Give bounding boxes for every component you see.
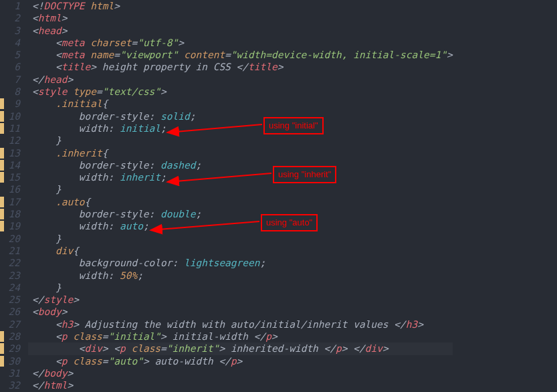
modified-line-marker [0, 111, 4, 122]
token-pun: > [417, 319, 423, 330]
token-txt: height property in CSS [102, 62, 237, 72]
token-pun: > [62, 25, 68, 36]
code-line[interactable]: <html> [32, 12, 453, 24]
code-line[interactable]: } [32, 183, 453, 195]
modified-line-marker [0, 197, 4, 207]
token-tag: head [43, 74, 67, 85]
token-tag: DOCTYPE [43, 1, 84, 11]
code-line[interactable]: .initial{ [32, 98, 453, 110]
token-pun: } [32, 282, 62, 293]
code-line[interactable]: width: auto; [32, 220, 453, 232]
token-pun: } [32, 184, 62, 195]
token-tag: html [43, 380, 67, 391]
token-tag: body [43, 368, 67, 379]
token-pun [32, 123, 79, 134]
token-prop: width [79, 221, 108, 231]
token-pun: > [67, 74, 73, 85]
token-pun: > [143, 356, 154, 367]
token-pun [178, 50, 184, 60]
code-line[interactable]: width: initial; [32, 122, 453, 134]
line-number: 22 [0, 257, 20, 269]
token-pun [32, 209, 79, 219]
code-line[interactable]: </style> [32, 294, 453, 306]
modified-line-marker [0, 123, 4, 134]
token-pun: { [102, 148, 108, 159]
code-line[interactable]: } [32, 233, 453, 245]
line-number: 20 [0, 233, 20, 245]
code-line[interactable]: </head> [32, 74, 453, 86]
code-line[interactable]: width: 50%; [32, 270, 453, 282]
modified-line-marker [0, 98, 4, 109]
code-line[interactable]: border-style: double; [32, 208, 453, 220]
token-pun [32, 111, 79, 122]
token-pun: > [73, 319, 84, 330]
token-str: "viewport" [120, 50, 178, 60]
code-line[interactable]: <head> [32, 25, 453, 37]
code-line[interactable]: <h3> Adjusting the width with auto/initi… [32, 318, 453, 330]
token-txt: Adjusting the width with auto/initial/in… [85, 319, 395, 330]
line-number: 31 [0, 367, 20, 379]
token-pun [67, 331, 73, 342]
code-line[interactable]: <meta name="viewport" content="width=dev… [32, 49, 453, 61]
code-line[interactable]: <style type="text/css"> [32, 86, 453, 98]
token-pun: < [32, 13, 38, 23]
token-val: auto [120, 221, 143, 231]
token-tag: meta [62, 37, 85, 48]
token-str: "text/css" [102, 86, 160, 97]
code-line[interactable]: div{ [32, 245, 453, 257]
token-pun [85, 50, 91, 60]
token-pun: = [131, 37, 137, 48]
code-editor[interactable]: 1234567891011121314151617181920212223242… [0, 0, 557, 392]
token-tag: h3 [406, 319, 417, 330]
code-line[interactable]: <title> height property in CSS </title> [32, 61, 453, 73]
annotation-label: using "inherit" [273, 166, 336, 183]
token-pun: > [160, 86, 166, 97]
code-line[interactable]: width: inherit; [32, 171, 453, 183]
code-line[interactable]: <meta charset="utf-8"> [32, 37, 453, 49]
line-number: 25 [0, 294, 20, 306]
code-line[interactable]: <body> [32, 306, 453, 318]
token-str: "initial" [108, 331, 161, 342]
token-pun [85, 37, 91, 48]
token-prop: background-color [79, 258, 173, 268]
code-line[interactable]: .auto{ [32, 196, 453, 208]
token-pun: = [102, 356, 108, 367]
code-line[interactable]: <!DOCTYPE html> [32, 0, 453, 12]
token-pun: = [114, 50, 120, 60]
token-sel: .inherit [55, 148, 102, 159]
token-attr: html [90, 1, 114, 11]
code-area[interactable]: <!DOCTYPE html><html><head> <meta charse… [28, 0, 453, 392]
token-pun [67, 356, 73, 367]
token-pun: > [447, 50, 453, 60]
code-line[interactable]: <p class="initial"> initial-width </p> [32, 330, 453, 342]
code-line[interactable]: <p class="auto"> auto-width </p> [32, 355, 453, 367]
code-line[interactable]: </html> [32, 379, 453, 391]
token-str: "width=device-width, initial-scale=1" [231, 50, 447, 60]
token-pun: > [90, 62, 102, 72]
line-number: 27 [0, 318, 20, 330]
token-pun: { [73, 246, 79, 256]
token-pun: : [173, 258, 184, 268]
line-number-gutter: 1234567891011121314151617181920212223242… [0, 0, 28, 392]
code-line[interactable]: } [32, 282, 453, 294]
token-pun: : [149, 111, 160, 122]
token-pun: </ [32, 380, 43, 391]
code-line[interactable]: } [32, 134, 453, 146]
token-tag: p [265, 331, 271, 342]
code-line[interactable]: border-style: solid; [32, 110, 453, 122]
token-pun: < [32, 319, 62, 330]
code-line[interactable]: background-color: lightseagreen; [32, 257, 453, 269]
token-pun: < [32, 331, 62, 342]
token-pun: ; [260, 258, 266, 268]
token-pun: > [277, 62, 284, 72]
token-pun: <! [32, 1, 43, 11]
code-line[interactable]: .inherit{ [32, 147, 453, 159]
token-sel: .initial [55, 98, 102, 109]
token-tag: style [43, 294, 73, 305]
code-line[interactable]: border-style: dashed; [32, 159, 453, 171]
token-str: "auto" [108, 356, 143, 367]
code-line[interactable]: </body> [32, 367, 453, 379]
token-pun: </ [32, 74, 43, 85]
token-val: dashed [160, 160, 195, 171]
token-pun: { [102, 98, 108, 109]
